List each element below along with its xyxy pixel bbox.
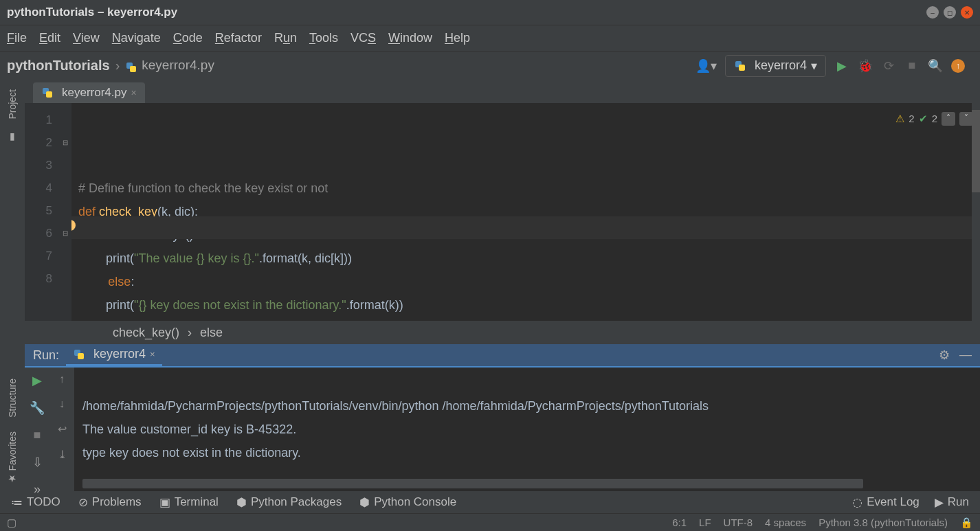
titlebar: pythonTutorials – keyerror4.py – ◻ ✕	[0, 0, 980, 25]
scroll-end-icon[interactable]: ⤓	[58, 448, 67, 461]
prev-highlight-button[interactable]: ˄	[942, 112, 955, 126]
python-packages-tab[interactable]: ⬢ Python Packages	[236, 495, 342, 510]
coverage-button[interactable]: ⟳	[881, 58, 896, 74]
menu-code[interactable]: Code	[173, 31, 203, 45]
run-button[interactable]: ▶	[834, 58, 849, 74]
toolbar-right: 👤▾ keyerror4 ▾ ▶ 🐞 ⟳ ■ 🔍 ↑	[695, 55, 973, 77]
python-icon	[73, 348, 85, 361]
caret-position[interactable]: 6:1	[672, 517, 687, 529]
run-tool-header: Run: keyerror4 × ⚙ —	[25, 344, 980, 368]
code-area[interactable]: # Define function to check the key exist…	[71, 103, 980, 321]
close-run-tab-icon[interactable]: ×	[150, 349, 155, 359]
breadcrumb-fn[interactable]: check_key()	[113, 326, 179, 340]
indent[interactable]: 4 spaces	[765, 517, 806, 529]
structure-tool-button[interactable]: Structure	[7, 372, 18, 425]
debug-button[interactable]: 🐞	[858, 58, 873, 74]
horizontal-scrollbar[interactable]	[82, 479, 863, 488]
menu-refactor[interactable]: Refactor	[215, 31, 262, 45]
python-icon	[734, 60, 746, 72]
tool-windows-icon[interactable]: ▢	[7, 517, 16, 529]
window-controls: – ◻ ✕	[926, 6, 973, 19]
favorites-tool-button[interactable]: ★ Favorites	[7, 425, 18, 491]
stop-button[interactable]: ■	[904, 58, 920, 74]
menu-navigate[interactable]: Navigate	[112, 31, 161, 45]
navbar: pythonTutorials › keyerror4.py 👤▾ keyerr…	[0, 51, 980, 80]
menu-run[interactable]: Run	[274, 31, 297, 45]
run-toolbar-1: ▶ 🔧 ■ ⇩ »	[25, 368, 49, 491]
close-tab-icon[interactable]: ×	[131, 87, 136, 98]
scrollbar[interactable]	[972, 103, 980, 321]
chevron-right-icon: ›	[115, 58, 120, 74]
menu-vcs[interactable]: VCS	[350, 31, 376, 45]
menu-edit[interactable]: Edit	[39, 31, 60, 45]
breadcrumb-root[interactable]: pythonTutorials	[7, 58, 110, 74]
window-title: pythonTutorials – keyerror4.py	[7, 5, 177, 19]
folder-icon[interactable]: ▮	[10, 131, 15, 142]
editor[interactable]: 12345678 ⊟ ⊟ # Define function to check …	[25, 103, 980, 321]
run-toolbar-2: ↑ ↓ ↩ ⤓	[49, 368, 74, 491]
tab-label: keyerror4.py	[62, 86, 126, 100]
chevron-down-icon: ▾	[811, 58, 817, 74]
wrench-icon[interactable]: 🔧	[30, 400, 45, 416]
editor-breadcrumbs: check_key() › else	[25, 321, 980, 344]
gear-icon[interactable]: ⚙	[939, 348, 950, 363]
down-icon[interactable]: ↓	[59, 398, 65, 410]
python-file-icon	[41, 87, 54, 99]
next-highlight-button[interactable]: ˅	[959, 112, 973, 126]
line-gutter: 12345678	[25, 103, 59, 321]
run-label: Run:	[33, 348, 59, 363]
left-sidebar: Project ▮ Structure ★ Favorites	[0, 80, 25, 491]
stop-run-button[interactable]: ■	[34, 428, 41, 442]
statusbar: ▢ 6:1 LF UTF-8 4 spaces Python 3.8 (pyth…	[0, 513, 980, 531]
rerun-button[interactable]: ▶	[32, 373, 42, 388]
menu-window[interactable]: Window	[388, 31, 432, 45]
editor-tabs: keyerror4.py ×	[25, 80, 980, 103]
minimize-icon[interactable]: –	[926, 6, 939, 19]
check-icon: ✔	[919, 107, 928, 130]
project-tool-button[interactable]: Project	[7, 82, 18, 126]
chevron-right-icon: ›	[188, 326, 192, 340]
hide-icon[interactable]: —	[959, 348, 972, 363]
encoding[interactable]: UTF-8	[724, 517, 753, 529]
todo-tab[interactable]: ≔ TODO	[11, 495, 60, 510]
run-config-selector[interactable]: keyerror4 ▾	[725, 55, 826, 77]
soft-wrap-icon[interactable]: ↩	[58, 422, 67, 436]
main-area: Project ▮ Structure ★ Favorites keyerror…	[0, 80, 980, 491]
terminal-tab[interactable]: ▣ Terminal	[159, 495, 219, 510]
inspection-widget[interactable]: ⚠2 ✔2 ˄ ˅	[895, 107, 973, 130]
breadcrumb-else[interactable]: else	[200, 326, 223, 340]
run-tab-label: keyerror4	[93, 347, 146, 361]
console-output[interactable]: /home/fahmida/PycharmProjects/pythonTuto…	[74, 368, 980, 491]
warning-icon: ⚠	[895, 107, 904, 130]
run-tab[interactable]: keyerror4 ×	[66, 344, 162, 366]
menubar: File Edit View Navigate Code Refactor Ru…	[0, 25, 980, 51]
maximize-icon[interactable]: ◻	[944, 6, 956, 19]
run-tab-bottom[interactable]: ▶ Run	[935, 495, 969, 510]
problems-tab[interactable]: ⊘ Problems	[78, 495, 142, 510]
run-tool-body: ▶ 🔧 ■ ⇩ » ↑ ↓ ↩ ⤓ /home/fahmida/PycharmP…	[25, 368, 980, 491]
export-icon[interactable]: ⇩	[32, 455, 43, 470]
lock-icon[interactable]: 🔒	[960, 517, 973, 529]
breadcrumb-file[interactable]: keyerror4.py	[125, 58, 214, 73]
user-icon[interactable]: 👤▾	[695, 58, 717, 74]
up-icon[interactable]: ↑	[59, 373, 65, 385]
menu-view[interactable]: View	[73, 31, 100, 45]
search-icon[interactable]: 🔍	[928, 58, 943, 74]
run-config-label: keyerror4	[755, 58, 807, 73]
menu-file[interactable]: File	[7, 31, 27, 45]
update-icon[interactable]: ↑	[951, 59, 965, 73]
fold-column[interactable]: ⊟ ⊟	[59, 103, 71, 321]
event-log-tab[interactable]: ◌ Event Log	[852, 495, 920, 510]
bottom-tool-tabs: ≔ TODO ⊘ Problems ▣ Terminal ⬢ Python Pa…	[0, 491, 980, 513]
python-file-icon	[125, 61, 137, 74]
python-console-tab[interactable]: ⬢ Python Console	[359, 495, 456, 510]
line-ending[interactable]: LF	[699, 517, 711, 529]
menu-help[interactable]: Help	[445, 31, 470, 45]
editor-column: keyerror4.py × 12345678 ⊟ ⊟ # Define fun…	[25, 80, 980, 491]
editor-tab[interactable]: keyerror4.py ×	[33, 82, 145, 103]
menu-tools[interactable]: Tools	[309, 31, 338, 45]
close-icon[interactable]: ✕	[961, 6, 973, 19]
interpreter[interactable]: Python 3.8 (pythonTutorials)	[818, 517, 948, 529]
